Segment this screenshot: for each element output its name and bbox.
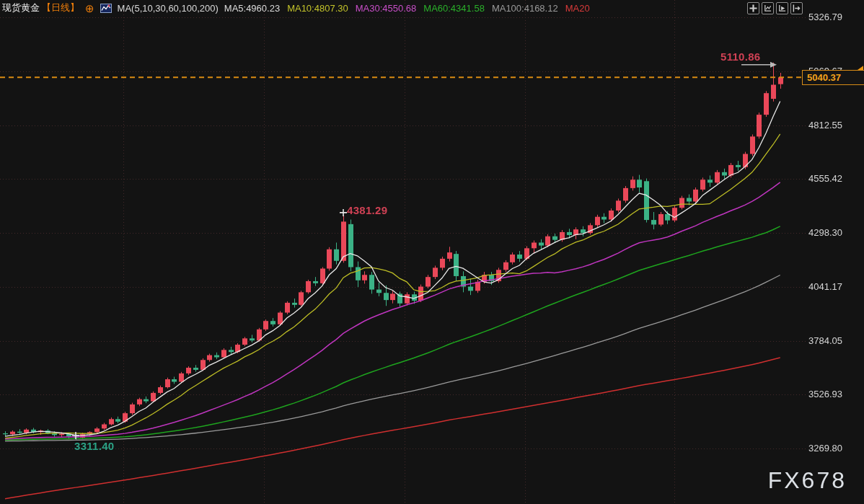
pan-move-icon[interactable] bbox=[747, 2, 759, 14]
timeframe-label: 【日线】 bbox=[42, 1, 79, 14]
fx678-watermark: FX678 bbox=[768, 467, 847, 494]
ma-params-label: MA(5,10,30,60,100,200) bbox=[118, 3, 219, 14]
kline-chart-icon[interactable] bbox=[100, 3, 112, 14]
ma-legend-item: MA10:4807.30 bbox=[287, 3, 348, 14]
low-price-annotation: 3311.40 bbox=[74, 440, 115, 452]
chart-header: 现货黄金 【日线】 ⊕ MA(5,10,30,60,100,200) MA5:4… bbox=[0, 0, 590, 16]
ma-legend-item: MA100:4168.12 bbox=[492, 3, 558, 14]
symbol-name: 现货黄金 bbox=[2, 1, 40, 14]
candlestick-chart[interactable] bbox=[0, 0, 864, 504]
ma-legend-item: MA30:4550.68 bbox=[356, 3, 417, 14]
high-price-annotation: 5110.86 bbox=[720, 50, 761, 63]
axis-chart-icon[interactable] bbox=[762, 2, 774, 14]
axis-tick-label: 5326.79 bbox=[808, 12, 842, 22]
chart-toolbar bbox=[747, 2, 803, 14]
axis-tick-label: 4041.17 bbox=[808, 281, 842, 292]
peak-price-annotation: 4381.29 bbox=[347, 204, 387, 216]
axis-tick-label: 4555.42 bbox=[808, 173, 842, 184]
ma-legend: MA5:4960.23MA10:4807.30MA30:4550.68MA60:… bbox=[224, 3, 590, 14]
axis-tick-label: 4298.30 bbox=[808, 227, 842, 238]
axis-tick-label: 3784.05 bbox=[808, 335, 842, 346]
axis-tick-label: 3269.80 bbox=[808, 443, 842, 454]
ma-legend-item: MA5:4960.23 bbox=[224, 3, 280, 14]
exit-arrow-icon[interactable] bbox=[790, 2, 803, 14]
chart-window: 现货黄金 【日线】 ⊕ MA(5,10,30,60,100,200) MA5:4… bbox=[0, 0, 864, 504]
axis-play-icon[interactable] bbox=[776, 2, 788, 14]
axis-tick-label: 4812.55 bbox=[808, 120, 842, 131]
ma-legend-item: MA60:4341.58 bbox=[423, 3, 485, 14]
axis-tick-label: 3526.93 bbox=[808, 389, 842, 399]
current-price-tag: 5040.37 bbox=[802, 70, 864, 85]
add-circle-icon[interactable]: ⊕ bbox=[85, 3, 94, 14]
ma-legend-item: MA20 bbox=[565, 3, 590, 14]
